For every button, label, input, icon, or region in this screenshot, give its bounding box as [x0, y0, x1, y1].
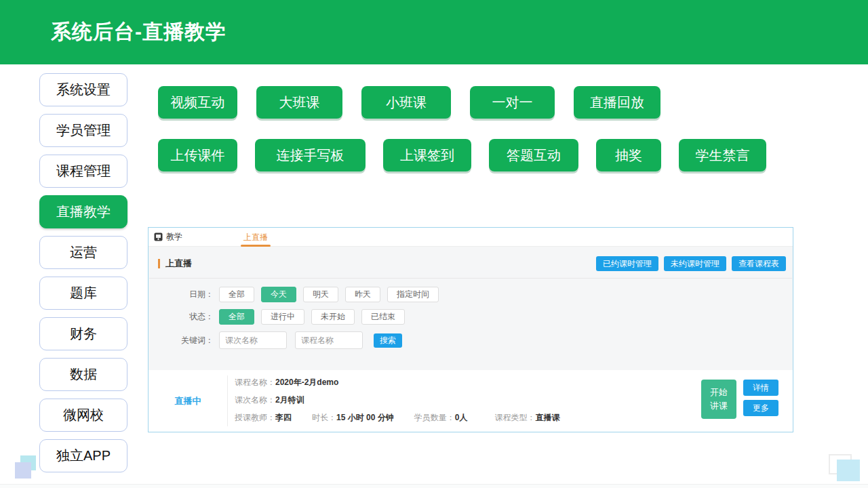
section-head: 上直播 已约课时管理 未约课时管理 查看课程表	[149, 247, 793, 278]
course-type-label: 课程类型：	[494, 412, 535, 424]
teaching-app-icon	[154, 232, 163, 241]
feature-connect-writing-tablet[interactable]: 连接手写板	[255, 139, 366, 171]
sidebar-item-question-bank[interactable]: 题库	[39, 277, 127, 310]
teacher-label: 授课教师：	[235, 412, 275, 424]
feature-row-1: 视频互动 大班课 小班课 一对一 直播回放	[158, 86, 766, 119]
keyword-filter-row: 关键词： 搜索	[172, 331, 793, 349]
sidebar-item-student-management[interactable]: 学员管理	[39, 114, 127, 147]
students-label: 学员数量：	[414, 412, 455, 424]
tab-live-streaming[interactable]: 上直播	[243, 228, 268, 247]
section-title-bar	[158, 259, 160, 268]
view-schedule-button[interactable]: 查看课程表	[732, 256, 786, 271]
feature-row-2: 上传课件 连接手写板 上课签到 答题互动 抽奖 学生禁言	[158, 139, 766, 171]
bottom-strip	[0, 484, 868, 488]
sidebar-item-course-management[interactable]: 课程管理	[39, 155, 127, 188]
status-badge: 直播中	[175, 395, 201, 407]
course-list: 直播中 课程名称： 2020年-2月demo 课次名称： 2月特训 授课教师： …	[149, 370, 793, 432]
session-name-label: 课次名称：	[235, 394, 275, 406]
unbooked-lessons-button[interactable]: 未约课时管理	[664, 256, 726, 271]
start-class-button[interactable]: 开始讲课	[701, 380, 736, 419]
status-filter-not-started[interactable]: 未开始	[311, 309, 355, 325]
decor-square-lavender-left	[15, 462, 31, 479]
live-status-cell: 直播中	[149, 375, 228, 426]
feature-upload-courseware[interactable]: 上传课件	[158, 139, 237, 171]
sidebar-item-finance[interactable]: 财务	[39, 317, 127, 350]
teacher-value: 李四	[275, 412, 292, 424]
section-head-buttons: 已约课时管理 未约课时管理 查看课程表	[596, 256, 786, 271]
more-button[interactable]: 更多	[743, 400, 778, 416]
sidebar-item-micro-school[interactable]: 微网校	[39, 399, 127, 432]
date-filter-row: 日期： 全部 今天 明天 昨天 指定时间	[172, 287, 793, 302]
course-details: 课程名称： 2020年-2月demo 课次名称： 2月特训 授课教师： 李四 时…	[228, 370, 701, 432]
session-name-value: 2月特训	[275, 394, 304, 406]
date-filter-today[interactable]: 今天	[261, 287, 296, 302]
feature-quiz-interaction[interactable]: 答题互动	[489, 139, 578, 171]
course-name-value: 2020年-2月demo	[275, 377, 338, 388]
decor-square-cyan-right	[837, 460, 860, 481]
section-title-text: 上直播	[165, 258, 192, 270]
panel-brand: 教学	[154, 231, 182, 243]
session-name-input[interactable]	[219, 331, 287, 349]
feature-one-on-one[interactable]: 一对一	[470, 86, 555, 119]
panel-brand-label: 教学	[166, 231, 182, 243]
status-filter-ongoing[interactable]: 进行中	[261, 309, 304, 325]
status-filter-row: 状态： 全部 进行中 未开始 已结束	[172, 309, 793, 325]
feature-small-class[interactable]: 小班课	[361, 86, 451, 119]
course-name-label: 课程名称：	[235, 377, 275, 388]
sidebar: 系统设置 学员管理 课程管理 直播教学 运营 题库 财务 数据 微网校 独立AP…	[39, 73, 127, 480]
feature-large-class[interactable]: 大班课	[256, 86, 342, 119]
status-filter-all[interactable]: 全部	[219, 309, 254, 325]
feature-student-mute[interactable]: 学生禁言	[679, 139, 766, 171]
panel-tabbar: 教学 上直播	[149, 228, 793, 247]
sidebar-item-system-settings[interactable]: 系统设置	[39, 73, 127, 106]
duration-value: 15 小时 00 分钟	[336, 412, 394, 424]
date-filter-tomorrow[interactable]: 明天	[303, 287, 338, 302]
keyword-filter-label: 关键词：	[172, 335, 214, 346]
session-name-line: 课次名称： 2月特训	[235, 394, 701, 406]
tab-live-streaming-label: 上直播	[243, 232, 268, 243]
feature-video-interaction[interactable]: 视频互动	[158, 86, 237, 119]
feature-lottery[interactable]: 抽奖	[596, 139, 661, 171]
status-filter-ended[interactable]: 已结束	[361, 309, 405, 325]
tab-active-underline	[241, 245, 271, 247]
page-title: 系统后台-直播教学	[51, 18, 226, 46]
detail-button[interactable]: 详情	[743, 380, 778, 396]
feature-class-checkin[interactable]: 上课签到	[383, 139, 471, 171]
sidebar-item-operations[interactable]: 运营	[39, 236, 127, 269]
search-button[interactable]: 搜索	[374, 333, 402, 348]
sidebar-item-live-teaching[interactable]: 直播教学	[39, 195, 127, 228]
filters: 日期： 全部 今天 明天 昨天 指定时间 状态： 全部 进行中 未开始 已结束 …	[149, 279, 793, 349]
sidebar-item-data[interactable]: 数据	[39, 358, 127, 391]
course-name-line: 课程名称： 2020年-2月demo	[235, 377, 701, 388]
status-filter-label: 状态：	[172, 311, 214, 323]
page-header: 系统后台-直播教学	[0, 0, 868, 64]
date-filter-yesterday[interactable]: 昨天	[345, 287, 380, 302]
panel-body: 上直播 已约课时管理 未约课时管理 查看课程表 日期： 全部 今天 明天 昨天 …	[149, 247, 793, 370]
section-title: 上直播	[158, 258, 192, 270]
course-type-value: 直播课	[535, 412, 559, 424]
duration-label: 时长：	[312, 412, 336, 424]
sidebar-item-standalone-app[interactable]: 独立APP	[39, 439, 127, 472]
date-filter-all[interactable]: 全部	[219, 287, 254, 302]
date-filter-label: 日期：	[172, 289, 214, 300]
feature-buttons: 视频互动 大班课 小班课 一对一 直播回放 上传课件 连接手写板 上课签到 答题…	[158, 86, 766, 192]
date-filter-custom[interactable]: 指定时间	[387, 287, 439, 302]
row-actions: 开始讲课 详情 更多	[701, 370, 793, 432]
students-value: 0人	[455, 412, 468, 424]
booked-lessons-button[interactable]: 已约课时管理	[596, 256, 658, 271]
feature-live-replay[interactable]: 直播回放	[574, 86, 660, 119]
admin-panel: 教学 上直播 上直播 已约课时管理 未约课时管理 查看课程表 日期： 全部 今天	[148, 227, 793, 432]
course-meta-line: 授课教师： 李四 时长： 15 小时 00 分钟 学员数量： 0人 课程类型： …	[235, 412, 701, 424]
course-name-input[interactable]	[295, 331, 363, 349]
